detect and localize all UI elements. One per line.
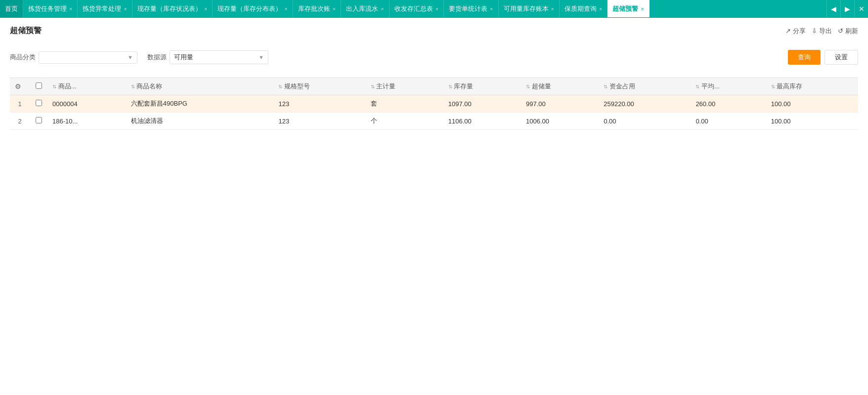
- close-quality[interactable]: ×: [599, 6, 602, 12]
- row-capital: 259220.00: [599, 95, 691, 113]
- row-stock: 1106.00: [443, 113, 521, 130]
- row-product-name: 机油滤清器: [126, 113, 274, 130]
- nav-inout[interactable]: 出入库流水 ×: [341, 0, 389, 17]
- refresh-button[interactable]: ↺ 刷新: [838, 27, 858, 36]
- nav-quality[interactable]: 保质期查询 ×: [560, 0, 608, 17]
- th-spec[interactable]: ⇅ 规格型号: [273, 78, 365, 95]
- nav-arrows: ◀ ▶ ✕: [826, 0, 868, 17]
- row-overstock: 1006.00: [521, 113, 599, 130]
- category-filter: 商品分类 ▼: [10, 51, 137, 64]
- page-header: 超储预警 ↗ 分享 ⇩ 导出 ↺ 刷新: [10, 26, 858, 36]
- sort-icon: ⇅: [604, 84, 608, 89]
- row-checkbox[interactable]: [36, 117, 42, 123]
- nav-close-button[interactable]: ✕: [854, 0, 868, 17]
- nav-inventory-dist[interactable]: 现存量（库存分布表） ×: [213, 0, 293, 17]
- th-avg[interactable]: ⇅ 平均...: [691, 78, 766, 95]
- category-select[interactable]: ▼: [39, 51, 137, 64]
- share-icon: ↗: [785, 27, 791, 35]
- query-button[interactable]: 查询: [788, 50, 821, 65]
- th-stock[interactable]: ⇅ 库存量: [443, 78, 521, 95]
- row-avg: 260.00: [691, 95, 766, 113]
- nav-order-stat[interactable]: 要货单统计表 ×: [444, 0, 498, 17]
- sort-icon: ⇅: [278, 84, 282, 89]
- settings-button[interactable]: 设置: [825, 50, 858, 65]
- sort-icon: ⇅: [371, 84, 375, 89]
- close-collect[interactable]: ×: [435, 6, 438, 12]
- th-product-code[interactable]: ⇅ 商品...: [47, 78, 126, 95]
- nav-collect[interactable]: 收发存汇总表 ×: [390, 0, 444, 17]
- row-number: 2: [10, 113, 30, 130]
- page-title: 超储预警: [10, 26, 42, 36]
- row-checkbox[interactable]: [36, 100, 42, 106]
- table-row: 1 0000004 六配套新昌490BPG 123 套 1097.00 997.…: [10, 95, 858, 113]
- th-product-name[interactable]: ⇅ 商品名称: [126, 78, 274, 95]
- close-inout[interactable]: ×: [381, 6, 384, 12]
- export-button[interactable]: ⇩ 导出: [812, 27, 832, 36]
- nav-task-mgmt[interactable]: 拣货任务管理 ×: [23, 0, 78, 17]
- close-overstock[interactable]: ×: [641, 6, 644, 12]
- sort-icon: ⇅: [131, 84, 135, 89]
- nav-next-button[interactable]: ▶: [840, 0, 854, 17]
- sort-icon: ⇅: [771, 84, 775, 89]
- share-button[interactable]: ↗ 分享: [785, 27, 806, 36]
- sort-icon: ⇅: [448, 84, 452, 89]
- close-inventory-status[interactable]: ×: [204, 6, 207, 12]
- row-checkbox-cell: [30, 95, 47, 113]
- nav-batch[interactable]: 库存批次账 ×: [293, 0, 341, 17]
- top-navigation: 首页 拣货任务管理 × 拣货异常处理 × 现存量（库存状况表） × 现存量（库存…: [0, 0, 868, 18]
- gear-icon[interactable]: ⚙: [15, 82, 21, 90]
- nav-prev-button[interactable]: ◀: [826, 0, 840, 17]
- data-table: ⚙ ⇅ 商品... ⇅ 商品名称 ⇅ 规格型号 ⇅: [10, 78, 858, 130]
- nav-available[interactable]: 可用量库存账本 ×: [499, 0, 560, 17]
- row-avg: 0.00: [691, 113, 766, 130]
- th-overstock[interactable]: ⇅ 超储量: [521, 78, 599, 95]
- category-dropdown-icon: ▼: [128, 54, 133, 60]
- nav-overstock[interactable]: 超储预警 ×: [608, 0, 649, 17]
- row-number: 1: [10, 95, 30, 113]
- sort-icon: ⇅: [526, 84, 530, 89]
- close-task-mgmt[interactable]: ×: [69, 6, 72, 12]
- export-icon: ⇩: [812, 27, 817, 35]
- select-all-checkbox[interactable]: [36, 82, 42, 89]
- datasource-select[interactable]: 可用量 ▼: [170, 50, 268, 64]
- datasource-dropdown-icon: ▼: [259, 54, 264, 60]
- datasource-filter: 数据源 可用量 ▼: [147, 50, 268, 64]
- close-available[interactable]: ×: [551, 6, 554, 12]
- nav-abnormal[interactable]: 拣货异常处理 ×: [78, 0, 132, 17]
- close-abnormal[interactable]: ×: [124, 6, 127, 12]
- filter-area: 商品分类 ▼ 数据源 可用量 ▼ 查询 设置: [10, 44, 858, 71]
- close-order-stat[interactable]: ×: [490, 6, 493, 12]
- row-product-name: 六配套新昌490BPG: [126, 95, 274, 113]
- row-spec: 123: [273, 95, 365, 113]
- row-overstock: 997.00: [521, 95, 599, 113]
- page-content: 超储预警 ↗ 分享 ⇩ 导出 ↺ 刷新 商品分类 ▼ 数据源: [0, 18, 868, 395]
- nav-inventory-status[interactable]: 现存量（库存状况表） ×: [132, 0, 213, 17]
- sort-icon: ⇅: [52, 84, 56, 89]
- datasource-value: 可用量: [174, 53, 193, 62]
- sort-icon: ⇅: [695, 84, 699, 89]
- category-value: [43, 54, 45, 61]
- nav-home[interactable]: 首页: [0, 0, 23, 17]
- table-header-row: ⚙ ⇅ 商品... ⇅ 商品名称 ⇅ 规格型号 ⇅: [10, 78, 858, 95]
- row-stock: 1097.00: [443, 95, 521, 113]
- close-batch[interactable]: ×: [333, 6, 336, 12]
- row-product-code: 0000004: [47, 95, 126, 113]
- row-capital: 0.00: [599, 113, 691, 130]
- refresh-icon: ↺: [838, 27, 843, 35]
- close-inventory-dist[interactable]: ×: [284, 6, 287, 12]
- th-gear: ⚙: [10, 78, 30, 95]
- th-checkbox: [30, 78, 47, 95]
- row-product-code: 186-10...: [47, 113, 126, 130]
- filter-buttons: 查询 设置: [788, 50, 858, 65]
- row-unit: 个: [366, 113, 443, 130]
- category-label: 商品分类: [10, 53, 36, 62]
- row-max-stock: 100.00: [766, 95, 858, 113]
- table-row: 2 186-10... 机油滤清器 123 个 1106.00 1006.00 …: [10, 113, 858, 130]
- header-actions: ↗ 分享 ⇩ 导出 ↺ 刷新: [785, 27, 858, 36]
- th-capital[interactable]: ⇅ 资金占用: [599, 78, 691, 95]
- th-unit[interactable]: ⇅ 主计量: [366, 78, 443, 95]
- row-unit: 套: [366, 95, 443, 113]
- th-max-stock[interactable]: ⇅ 最高库存: [766, 78, 858, 95]
- row-spec: 123: [273, 113, 365, 130]
- row-max-stock: 100.00: [766, 113, 858, 130]
